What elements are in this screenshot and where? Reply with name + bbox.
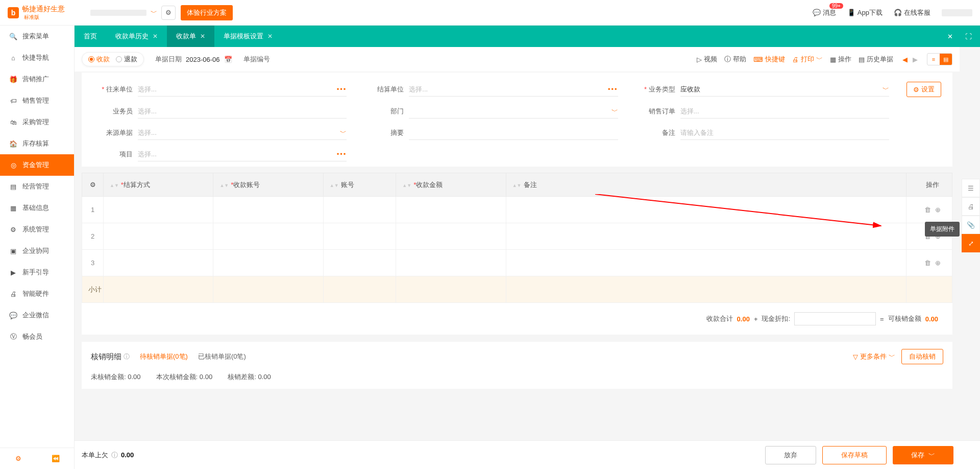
sidebar-item-baseinfo[interactable]: ▦基础信息	[0, 197, 74, 219]
view-form[interactable]: ▤	[940, 54, 952, 65]
logo-icon: b	[8, 7, 19, 18]
wallet-icon: ◎	[9, 161, 17, 169]
delete-row-icon[interactable]: 🗑	[924, 206, 931, 214]
details-table: ⚙ ▲▼*结算方式 ▲▼*收款账号 ▲▼账号 ▲▼*收款金额 ▲▼备注 操作 1…	[82, 173, 952, 335]
float-expand-icon[interactable]: ⤢	[962, 234, 980, 252]
sidebar-footer-gear[interactable]: ⚙	[0, 448, 37, 469]
fullscreen-button[interactable]: ⛶	[961, 29, 976, 44]
salesman-input[interactable]: 选择...	[138, 104, 347, 119]
col-settlement[interactable]: ▲▼*结算方式	[104, 173, 213, 197]
toolbar-print[interactable]: 🖨打印﹀	[792, 55, 823, 64]
remark-input[interactable]: 请输入备注	[680, 126, 889, 140]
avatar[interactable]	[942, 9, 972, 16]
col-remark[interactable]: ▲▼备注	[506, 173, 906, 197]
sidebar-item-search[interactable]: 🔍搜索菜单	[0, 26, 74, 47]
summary-input[interactable]	[409, 126, 618, 140]
chevron-down-icon: ﹀	[889, 352, 895, 361]
add-row-icon[interactable]: ⊕	[935, 259, 941, 267]
sidebar-item-wechat[interactable]: 💬企业微信	[0, 304, 74, 326]
toolbar-help[interactable]: ⓘ帮助	[724, 55, 746, 64]
discard-button[interactable]: 放弃	[765, 446, 816, 464]
table-row[interactable]: 1🗑⊕	[82, 197, 952, 223]
messages-button[interactable]: 💬 消息 99+	[813, 8, 836, 17]
tab-template[interactable]: 单据模板设置✕	[214, 26, 282, 47]
sidebar-item-funds[interactable]: ◎资金管理	[0, 154, 74, 176]
view-list[interactable]: ≡	[927, 54, 940, 65]
party-input[interactable]: 选择...•••	[138, 82, 347, 97]
radio-receipt[interactable]: 收款	[88, 55, 110, 64]
sidebar-footer-collapse[interactable]: ⏪	[37, 448, 75, 469]
col-amount[interactable]: ▲▼*收款金额	[396, 173, 506, 197]
table-config-button[interactable]: ⚙	[82, 173, 104, 197]
sidebar-item-marketing[interactable]: 🎁营销推广	[0, 68, 74, 90]
float-print-icon[interactable]: 🖨	[962, 197, 980, 216]
date-value[interactable]: 2023-06-06	[186, 56, 220, 63]
toolbar-history[interactable]: ▤历史单据	[859, 55, 893, 64]
tab-history[interactable]: 收款单历史✕	[106, 26, 167, 47]
action-row: 收款 退款 单据日期 2023-06-06 📅 单据编号 ▷视频 ⓘ帮助 ⌨快捷…	[75, 47, 960, 72]
sidebar-item-inventory[interactable]: 🏠库存核算	[0, 133, 74, 154]
org-selector[interactable]: ﹀	[90, 8, 157, 17]
project-input[interactable]: 选择...•••	[138, 147, 347, 161]
support-button[interactable]: 🎧 在线客服	[894, 8, 930, 17]
tab-home[interactable]: 首页	[75, 26, 106, 47]
help-icon: ⓘ	[724, 55, 731, 64]
app-download-button[interactable]: 📱 App下载	[847, 8, 883, 17]
delete-row-icon[interactable]: 🗑	[924, 259, 931, 267]
order-input[interactable]: 选择...	[680, 104, 889, 119]
tabs: 首页 收款单历史✕ 收款单✕ 单据模板设置✕ ✕ ⛶	[75, 26, 980, 47]
auto-writeoff-button[interactable]: 自动核销	[901, 349, 943, 364]
calendar-icon[interactable]: 📅	[224, 56, 232, 63]
sidebar-item-member[interactable]: Ⓥ畅会员	[0, 326, 74, 347]
sidebar-item-hardware[interactable]: 🖨智能硬件	[0, 283, 74, 304]
sidebar-item-onboarding[interactable]: ▶新手引导	[0, 262, 74, 283]
sidebar-item-quicknav[interactable]: ⌂快捷导航	[0, 47, 74, 68]
top-gear-button[interactable]: ⚙	[161, 6, 176, 20]
close-icon[interactable]: ✕	[153, 33, 158, 40]
sidebar-item-system[interactable]: ⚙系统管理	[0, 219, 74, 240]
table-row[interactable]: 3🗑⊕	[82, 250, 952, 276]
prev-record-button[interactable]: ◀	[900, 56, 910, 63]
system-icon: ⚙	[9, 225, 17, 233]
member-icon: Ⓥ	[9, 333, 17, 341]
biztype-input[interactable]: 应收款﹀	[680, 82, 889, 97]
message-badge: 99+	[829, 3, 843, 9]
source-input[interactable]: 选择...﹀	[138, 126, 347, 140]
settle-input[interactable]: 选择...•••	[409, 82, 618, 97]
float-attachment-icon[interactable]: 📎	[962, 216, 980, 234]
radio-refund[interactable]: 退款	[116, 55, 137, 64]
tab-receipt[interactable]: 收款单✕	[167, 26, 214, 47]
sidebar-item-collab[interactable]: ▣企业协同	[0, 240, 74, 262]
warehouse-icon: 🏠	[9, 139, 17, 148]
toolbar-hotkeys[interactable]: ⌨快捷键	[753, 55, 785, 64]
done-tab[interactable]: 已核销单据(0笔)	[198, 352, 246, 361]
add-row-icon[interactable]: ⊕	[935, 206, 941, 214]
col-number[interactable]: ▲▼账号	[323, 173, 396, 197]
discount-input[interactable]	[794, 312, 876, 325]
col-account[interactable]: ▲▼*收款账号	[213, 173, 323, 197]
sidebar-item-operations[interactable]: ▤经营管理	[0, 176, 74, 197]
close-icon[interactable]: ✕	[200, 33, 205, 40]
print-icon: 🖨	[792, 56, 799, 63]
save-draft-button[interactable]: 保存草稿	[822, 446, 887, 464]
save-button[interactable]: 保存﹀	[893, 446, 953, 464]
pending-tab[interactable]: 待核销单据(0笔)	[140, 352, 188, 361]
next-record-button[interactable]: ▶	[911, 56, 920, 63]
toolbar-video[interactable]: ▷视频	[697, 55, 717, 64]
writeoff-panel: 核销明细ⓘ 待核销单据(0笔) 已核销单据(0笔) ▽更多条件﹀ 自动核销 未核…	[82, 342, 952, 389]
sidebar-item-purchase[interactable]: 🛍采购管理	[0, 111, 74, 133]
trial-button[interactable]: 体验行业方案	[181, 5, 233, 20]
settings-button[interactable]: ⚙设置	[906, 82, 941, 97]
float-draft-icon[interactable]: ☰	[962, 179, 980, 197]
close-all-button[interactable]: ✕	[942, 29, 958, 44]
table-row[interactable]: 2🗑⊕	[82, 223, 952, 250]
grid-icon: ▦	[830, 56, 836, 63]
more-conditions[interactable]: ▽更多条件﹀	[853, 352, 895, 361]
help-icon[interactable]: ⓘ	[124, 353, 130, 361]
dept-input[interactable]: ﹀	[409, 104, 618, 119]
close-icon[interactable]: ✕	[267, 33, 273, 40]
sidebar-item-sales[interactable]: 🏷销售管理	[0, 90, 74, 111]
hardware-icon: 🖨	[9, 290, 17, 298]
help-icon[interactable]: ⓘ	[111, 451, 118, 460]
toolbar-actions[interactable]: ▦操作	[830, 55, 851, 64]
